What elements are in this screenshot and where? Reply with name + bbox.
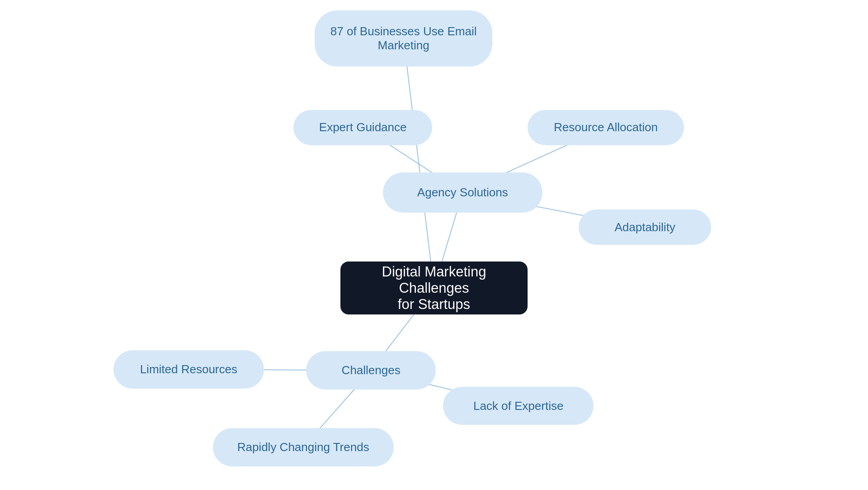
node-label-rapidly_changing: Rapidly Changing Trends <box>237 440 369 454</box>
node-email_marketing[interactable]: 87 of Businesses Use Email Marketing <box>315 10 492 67</box>
node-limited_resources[interactable]: Limited Resources <box>113 350 264 389</box>
node-label-adaptability: Adaptability <box>614 220 675 234</box>
node-label-email_marketing: 87 of Businesses Use Email Marketing <box>330 24 477 52</box>
node-challenges[interactable]: Challenges <box>306 351 436 390</box>
node-label-resource_allocation: Resource Allocation <box>554 120 658 134</box>
node-central[interactable]: Digital Marketing Challenges for Startup… <box>340 262 527 314</box>
mindmap-canvas: Digital Marketing Challenges for Startup… <box>0 0 868 490</box>
node-label-limited_resources: Limited Resources <box>140 362 237 376</box>
node-label-agency_solutions: Agency Solutions <box>417 186 508 200</box>
node-expert_guidance[interactable]: Expert Guidance <box>293 110 432 145</box>
node-lack_of_expertise[interactable]: Lack of Expertise <box>443 387 594 425</box>
node-resource_allocation[interactable]: Resource Allocation <box>528 110 684 145</box>
node-agency_solutions[interactable]: Agency Solutions <box>383 172 542 213</box>
node-label-expert_guidance: Expert Guidance <box>319 120 407 134</box>
node-label-challenges: Challenges <box>342 363 401 377</box>
svg-line-0 <box>404 38 434 288</box>
node-label-central: Digital Marketing Challenges for Startup… <box>349 264 518 313</box>
connections-svg <box>0 0 868 490</box>
node-adaptability[interactable]: Adaptability <box>579 209 711 245</box>
node-label-lack_of_expertise: Lack of Expertise <box>473 399 563 413</box>
node-rapidly_changing[interactable]: Rapidly Changing Trends <box>213 428 394 466</box>
